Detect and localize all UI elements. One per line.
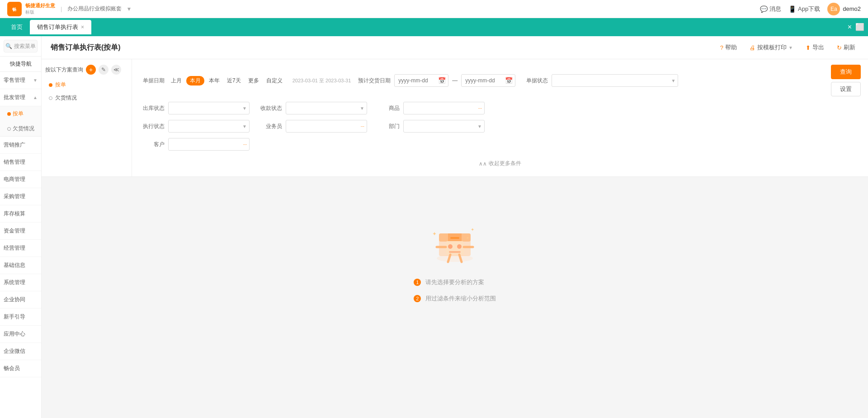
goods-input-wrap: ···	[403, 102, 485, 114]
help-button[interactable]: ? 帮助	[717, 42, 741, 53]
filter-fields: 单据日期 上月 本月 本年 近7天 更多 自定义 2023-03-01 至 20…	[132, 59, 868, 176]
shortcut-custom[interactable]: 自定义	[264, 76, 285, 86]
shortcut-more[interactable]: 更多	[245, 76, 262, 86]
page-content: 销售订单执行表(按单) ? 帮助 🖨 按模板打印 ▼ ⬆ 导出 ↻ 刷新	[42, 36, 868, 418]
shortcut-last-month[interactable]: 上月	[168, 76, 184, 86]
username-text: demo2	[843, 5, 861, 12]
edit-plan-button[interactable]: ✎	[99, 65, 108, 75]
delivery-select-wrap: ▼	[168, 102, 250, 114]
sidebar-item-newbie[interactable]: 新手引导	[0, 309, 41, 326]
filter-field-exec: 执行状态 ▼	[139, 120, 250, 133]
collapse-plan-button[interactable]: ≪	[111, 65, 121, 75]
date-range-text: 2023-03-01 至 2023-03-31	[292, 77, 351, 84]
status-select[interactable]	[552, 74, 678, 87]
sidebar-item-purchase[interactable]: 采购管理	[0, 188, 41, 205]
status-select-wrap: ▼	[552, 74, 678, 87]
refresh-button[interactable]: ↻ 刷新	[833, 42, 859, 53]
help-icon: ?	[720, 44, 723, 51]
query-button[interactable]: 查询	[831, 65, 861, 79]
message-icon: 💬	[760, 5, 768, 13]
dept-select[interactable]	[403, 120, 485, 133]
window-close-btn[interactable]: ×	[848, 24, 852, 31]
add-plan-button[interactable]: +	[86, 65, 96, 75]
svg-rect-6	[450, 237, 459, 239]
breadcrumb-dropdown-icon[interactable]: ▼	[126, 6, 132, 12]
sidebar-item-debt[interactable]: 欠货情况	[0, 121, 41, 136]
breadcrumb-text: 办公用品行业模拟账套	[67, 5, 122, 13]
avatar: Ea	[827, 3, 840, 15]
date-shortcuts: 上月 本月 本年 近7天 更多 自定义	[168, 76, 285, 86]
calendar-start-icon[interactable]: 📅	[438, 77, 446, 84]
print-button[interactable]: 🖨 按模板打印 ▼	[746, 42, 797, 53]
sidebar-item-retail[interactable]: 零售管理 ▼	[0, 72, 41, 89]
page-header: 销售订单执行表(按单) ? 帮助 🖨 按模板打印 ▼ ⬆ 导出 ↻ 刷新	[42, 36, 868, 59]
dept-label: 部门	[374, 123, 400, 130]
expected-date-label: 预计交货日期	[358, 77, 391, 85]
payment-select-wrap: ▼	[286, 102, 367, 114]
sidebar-item-marketing[interactable]: 营销推广	[0, 137, 41, 154]
retail-arrow-icon: ▼	[33, 78, 38, 83]
customer-input[interactable]	[168, 138, 250, 151]
filter-plan-section: 按以下方案查询 + ✎ ≪ 按单 欠货情况	[42, 59, 132, 176]
window-maximize-btn[interactable]: ⬜	[855, 24, 864, 31]
sidebar-item-apps[interactable]: 应用中心	[0, 326, 41, 343]
customer-label: 客户	[139, 141, 165, 148]
sidebar-item-inventory[interactable]: 库存核算	[0, 205, 41, 223]
goods-input[interactable]	[403, 102, 485, 114]
delivery-select[interactable]	[168, 102, 250, 114]
tab-sales-order[interactable]: 销售订单执行表 ×	[30, 20, 91, 34]
shortcut-this-month[interactable]: 本月	[186, 76, 204, 86]
plan-section-label: 按以下方案查询	[45, 66, 83, 74]
app-download-button[interactable]: 📱 App下载	[788, 5, 820, 13]
calendar-end-icon[interactable]: 📅	[505, 77, 513, 84]
sidebar: 🔍 搜索菜单 快捷导航 零售管理 ▼ 批发管理 ▲ 按单 欠货情况	[0, 36, 42, 418]
payment-label: 收款状态	[257, 104, 282, 112]
payment-select[interactable]	[286, 102, 367, 114]
collapse-btn[interactable]: ∧∧ 收起更多条件	[479, 160, 521, 167]
print-dropdown-icon[interactable]: ▼	[788, 45, 793, 50]
exec-select-wrap: ▼	[168, 120, 250, 133]
goods-label: 商品	[374, 104, 400, 112]
sidebar-item-wholesale[interactable]: 批发管理 ▲	[0, 89, 41, 106]
top-bar-left: 畅 畅捷通好生意 标版 | 办公用品行业模拟账套 ▼	[7, 2, 132, 16]
empty-state: ✦ ✦ ✦ 1 请先选择要分析的方案 2 用过滤条件来缩小分析范围	[42, 177, 868, 342]
sidebar-item-member[interactable]: 畅会员	[0, 360, 41, 377]
plan-item-press[interactable]: 按单	[45, 78, 128, 91]
sidebar-item-sales[interactable]: 销售管理	[0, 154, 41, 171]
search-icon: 🔍	[5, 43, 12, 49]
svg-rect-10	[449, 251, 461, 253]
exec-select[interactable]	[168, 120, 250, 133]
logo-icon: 畅	[7, 2, 22, 16]
export-button[interactable]: ⬆ 导出	[802, 42, 828, 53]
collapse-row[interactable]: ∧∧ 收起更多条件	[139, 156, 861, 171]
shortcut-7days[interactable]: 近7天	[224, 76, 244, 86]
message-button[interactable]: 💬 消息	[760, 5, 781, 13]
tab-home[interactable]: 首页	[4, 20, 30, 34]
search-menu-button[interactable]: 🔍 搜索菜单	[4, 40, 38, 52]
sidebar-item-press-single[interactable]: 按单	[0, 106, 41, 121]
sidebar-item-enterprise[interactable]: 企业协同	[0, 291, 41, 309]
settings-button[interactable]: 设置	[831, 82, 861, 96]
refresh-icon: ↻	[837, 44, 842, 51]
plan-inactive-dot	[49, 96, 52, 100]
filter-field-date: 单据日期 上月 本月 本年 近7天 更多 自定义 2023-03-01 至 20…	[139, 76, 351, 86]
tab-close-icon[interactable]: ×	[81, 24, 84, 30]
salesperson-input[interactable]	[286, 120, 367, 133]
plan-item-debt[interactable]: 欠货情况	[45, 91, 128, 104]
active-dot-icon	[7, 112, 11, 116]
print-icon: 🖨	[750, 44, 755, 51]
sidebar-item-system[interactable]: 系统管理	[0, 274, 41, 291]
sidebar-item-quicknav[interactable]: 快捷导航	[0, 57, 41, 72]
sidebar-item-basic[interactable]: 基础信息	[0, 257, 41, 274]
sidebar-item-ecommerce[interactable]: 电商管理	[0, 171, 41, 188]
sidebar-item-operations[interactable]: 经营管理	[0, 240, 41, 257]
sidebar-item-finance[interactable]: 资金管理	[0, 223, 41, 240]
sidebar-item-wechat[interactable]: 企业微信	[0, 343, 41, 360]
user-menu[interactable]: Ea demo2	[827, 3, 861, 15]
expected-date-end-wrap: 📅	[461, 74, 515, 87]
filter-row-1: 单据日期 上月 本月 本年 近7天 更多 自定义 2023-03-01 至 20…	[139, 65, 861, 96]
customer-input-wrap: ···	[168, 138, 250, 151]
export-icon: ⬆	[806, 44, 811, 51]
shortcut-this-year[interactable]: 本年	[206, 76, 222, 86]
filter-field-expected-date: 预计交货日期 📅 — 📅	[358, 74, 515, 87]
